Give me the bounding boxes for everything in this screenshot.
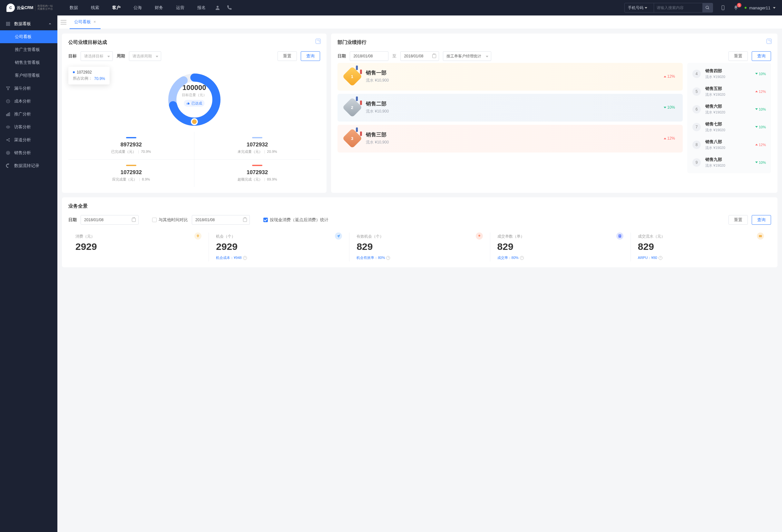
- query-button[interactable]: 查询: [301, 51, 320, 61]
- tab-company-board[interactable]: 公司看板 ×: [70, 15, 101, 29]
- rank-row: 5销售五部流水 ¥1902012%: [687, 82, 771, 100]
- metric-icon: [476, 233, 483, 240]
- card-ranking: 部门业绩排行 日期 2018/01/08 至 2018/01/08 按工单客户经…: [331, 34, 778, 193]
- nav-item-运营[interactable]: 运营: [170, 0, 190, 15]
- sidebar-item[interactable]: 渠道分析: [0, 134, 58, 146]
- query-button[interactable]: 查询: [752, 215, 771, 225]
- help-icon[interactable]: ?: [520, 256, 524, 260]
- nav-item-公海[interactable]: 公海: [128, 0, 148, 15]
- sidebar-item[interactable]: 漏斗分析: [0, 82, 58, 95]
- search-button[interactable]: [702, 3, 713, 12]
- expand-button[interactable]: [767, 39, 772, 44]
- chevron-up-icon: [48, 22, 51, 26]
- sidebar-sub-item[interactable]: 客户经理看板: [0, 69, 58, 82]
- sidebar-item[interactable]: 推广分析: [0, 108, 58, 120]
- query-button[interactable]: 查询: [752, 51, 771, 61]
- brand-name: 云朵CRM: [17, 5, 33, 11]
- overview-cell: 成交流水（元）829ARPU：¥80 ?: [631, 233, 771, 261]
- nav-item-客户[interactable]: 客户: [106, 0, 127, 15]
- svg-point-24: [7, 152, 9, 154]
- achieved-badge: 已达成: [184, 100, 205, 107]
- search-group: 手机号码: [625, 3, 713, 12]
- sidebar-sub-item[interactable]: 推广主管看板: [0, 43, 58, 56]
- metric-icon: [757, 233, 764, 240]
- collapse-sidebar-button[interactable]: [61, 20, 66, 25]
- svg-rect-15: [9, 112, 10, 116]
- svg-rect-33: [759, 236, 762, 236]
- sidebar: 数据看板 公司看板推广主管看板销售主管看板客户经理看板 漏斗分析¥成本分析推广分…: [0, 15, 58, 532]
- svg-point-17: [8, 127, 8, 127]
- close-icon[interactable]: ×: [94, 19, 96, 24]
- content: 公司看板 × 公司业绩目标达成 目标 请选择目标 周期 请选择周期: [58, 15, 782, 532]
- person-icon[interactable]: [215, 5, 220, 11]
- brand-sub: 教育机构一站式服务云平台: [35, 5, 53, 11]
- svg-point-1: [706, 6, 709, 9]
- user-menu[interactable]: manager11: [745, 5, 776, 10]
- svg-point-23: [6, 151, 10, 155]
- svg-point-0: [217, 6, 218, 8]
- rank-row: 9销售九部流水 ¥1902010%: [687, 153, 771, 171]
- svg-rect-8: [6, 24, 8, 26]
- donut-chart: 1072932 所占比例：70.9% 100000: [68, 61, 320, 132]
- device-icon[interactable]: [720, 5, 726, 11]
- help-icon[interactable]: ?: [659, 256, 663, 260]
- date-to-input[interactable]: 2018/01/08: [400, 51, 439, 61]
- realgold-checkbox[interactable]: 按现金消费（返点后消费）统计: [263, 217, 328, 223]
- medal-icon: 1: [342, 66, 362, 86]
- phone-icon[interactable]: [226, 5, 232, 11]
- date-input-1[interactable]: 2018/01/08: [80, 215, 139, 225]
- stat-cell: 1072932超额完成（元）|89.9%: [194, 159, 320, 187]
- sidebar-sub-item[interactable]: 公司看板: [0, 30, 58, 43]
- sidebar-item[interactable]: 数据流转记录: [0, 159, 58, 172]
- date-input-2[interactable]: 2018/01/08: [192, 215, 250, 225]
- sidebar-sub-item[interactable]: 销售主管看板: [0, 56, 58, 69]
- logo-icon: C: [6, 4, 15, 12]
- reset-button[interactable]: 重置: [728, 51, 748, 61]
- svg-line-21: [7, 139, 9, 140]
- expand-button[interactable]: [316, 39, 321, 44]
- svg-point-20: [9, 141, 9, 141]
- nav-item-财务[interactable]: 财务: [149, 0, 169, 15]
- chart-tooltip: 1072932 所占比例：70.9%: [68, 67, 110, 84]
- nav-item-线索[interactable]: 线索: [85, 0, 105, 15]
- reset-button[interactable]: 重置: [278, 51, 297, 61]
- calendar-icon: [432, 54, 436, 58]
- calendar-icon: [243, 218, 247, 222]
- svg-rect-7: [8, 22, 10, 24]
- sidebar-item[interactable]: 销售分析: [0, 146, 58, 159]
- svg-point-28: [191, 119, 197, 125]
- nav-item-数据[interactable]: 数据: [64, 0, 84, 15]
- stat-cell: 1072932未完成量（元）|20.9%: [194, 132, 320, 159]
- sidebar-item[interactable]: 访客分析: [0, 120, 58, 134]
- rank-card: 1销售一部流水 ¥10,90012%: [337, 63, 683, 91]
- overview-cell: 成交单数（单）829成交率：80% ?: [490, 233, 631, 261]
- svg-point-18: [6, 140, 7, 140]
- sidebar-header[interactable]: 数据看板: [0, 17, 58, 30]
- eye-icon: [6, 125, 10, 129]
- period-select[interactable]: 请选择周期: [129, 51, 161, 61]
- dashboard-icon: [6, 22, 10, 26]
- svg-point-19: [9, 138, 9, 139]
- overview-cell: 有效机会（个）829机会有效率：80% ?: [349, 233, 490, 261]
- nav-item-报名[interactable]: 报名: [191, 0, 211, 15]
- target-icon: [6, 150, 10, 155]
- sidebar-item[interactable]: ¥成本分析: [0, 95, 58, 108]
- search-input[interactable]: [654, 5, 702, 10]
- svg-point-5: [736, 9, 737, 10]
- svg-rect-31: [619, 236, 620, 236]
- rank-card: 2销售二部流水 ¥10,90010%: [337, 94, 683, 121]
- filter-icon: [6, 86, 10, 91]
- help-icon[interactable]: ?: [386, 256, 390, 260]
- search-type-select[interactable]: 手机号码: [625, 3, 654, 12]
- help-icon[interactable]: ?: [243, 256, 247, 260]
- top-nav: C 云朵CRM 教育机构一站式服务云平台 数据线索客户公海财务运营报名 手机号码: [0, 0, 782, 15]
- overview-cell: 消费（元）2929-: [68, 233, 209, 261]
- reset-button[interactable]: 重置: [728, 215, 748, 225]
- target-select[interactable]: 请选择目标: [80, 51, 113, 61]
- svg-point-16: [6, 126, 10, 128]
- date-from-input[interactable]: 2018/01/08: [350, 51, 388, 61]
- compare-checkbox[interactable]: 与其他时间对比: [152, 217, 188, 223]
- stat-by-select[interactable]: 按工单客户经理统计: [443, 51, 491, 61]
- notifications-button[interactable]: 5: [733, 5, 739, 11]
- logo: C 云朵CRM 教育机构一站式服务云平台: [0, 4, 58, 12]
